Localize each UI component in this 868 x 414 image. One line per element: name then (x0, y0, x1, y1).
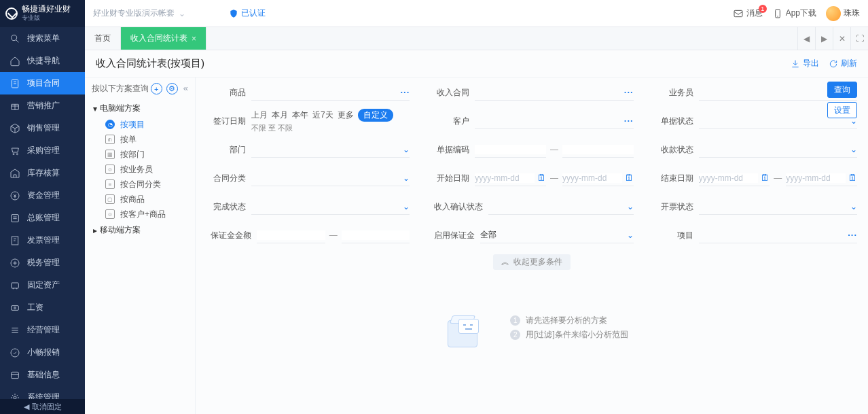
messages-button[interactable]: 消息 1 (733, 7, 763, 19)
scheme-group-pc[interactable]: ▾电脑端方案 (85, 100, 195, 117)
nav-purchase[interactable]: 采购管理 (0, 139, 85, 162)
scheme-item-project[interactable]: ◔按项目 (85, 117, 200, 132)
scheme-item-dept[interactable]: ▦按部门 (85, 147, 195, 162)
more-icon[interactable]: ··· (400, 87, 410, 97)
scheme-group-mobile[interactable]: ▸移动端方案 (85, 222, 195, 239)
tab-fullscreen[interactable]: ⛶ (850, 27, 868, 50)
svg-point-14 (14, 396, 16, 399)
nav-expense[interactable]: 小畅报销 (0, 341, 85, 364)
tab-prev[interactable]: ◀ (797, 27, 815, 50)
scheme-item-salesman[interactable]: ☺按业务员 (85, 162, 195, 177)
nav-quicknav[interactable]: 快捷导航 (0, 50, 85, 72)
export-button[interactable]: 导出 (791, 58, 819, 69)
pin-toggle[interactable]: ◀取消固定 (0, 399, 85, 414)
scheme-item-goods[interactable]: ▢按商品 (85, 192, 195, 207)
add-scheme-button[interactable]: + (151, 83, 162, 94)
collapse-panel-icon[interactable]: « (183, 83, 188, 94)
close-icon[interactable]: × (192, 34, 196, 44)
chip-custom[interactable]: 自定义 (358, 109, 393, 122)
step-2-badge: 2 (510, 330, 520, 340)
nav-tax[interactable]: 税务管理 (0, 252, 85, 274)
label-invoice-status: 开票状态 (654, 201, 693, 213)
input-deposit-to[interactable] (342, 227, 410, 243)
collapse-more-button[interactable]: ︽ 收起更多条件 (493, 254, 571, 270)
select-receive-status[interactable]: ⌄ (699, 141, 857, 158)
calendar-icon[interactable]: 🗓 (761, 173, 770, 183)
nav-assets[interactable]: 固定资产 (0, 274, 85, 296)
tab-home[interactable]: 首页 (85, 27, 121, 50)
app-download-button[interactable]: App下载 (772, 7, 816, 19)
chip-more[interactable]: 更多 (338, 109, 354, 121)
input-income-contract[interactable]: ··· (475, 84, 633, 101)
empty-state: 1请先选择要分析的方案 2用[过滤]条件来缩小分析范围 (206, 304, 857, 351)
svg-point-4 (16, 153, 18, 154)
nav-ledger[interactable]: 总账管理 (0, 207, 85, 229)
nav-invoice[interactable]: 发票管理 (0, 229, 85, 252)
select-contract-class[interactable]: ⌄ (251, 170, 410, 186)
brand-edition: 专业版 (22, 14, 71, 22)
input-goods[interactable]: ··· (251, 84, 410, 101)
query-button[interactable]: 查询 (827, 82, 857, 98)
calendar-icon[interactable]: 🗓 (625, 173, 634, 183)
svg-rect-9 (12, 283, 19, 288)
setting-button[interactable]: 设置 (827, 102, 857, 118)
account-selector[interactable]: 好业财专业版演示帐套 ⌄ (93, 7, 209, 19)
select-dept[interactable]: ⌄ (251, 141, 410, 158)
chip-7days[interactable]: 近7天 (312, 109, 333, 121)
messages-badge: 1 (759, 5, 767, 13)
input-start-date-from[interactable]: 🗓 (475, 170, 546, 186)
tab-close-all[interactable]: ✕ (833, 27, 850, 50)
svg-rect-10 (12, 305, 19, 310)
label-contract-class: 合同分类 (206, 173, 246, 184)
nav-basic[interactable]: 基础信息 (0, 364, 85, 386)
input-project[interactable]: ··· (699, 227, 857, 243)
label-deposit-amount: 保证金金额 (206, 230, 251, 241)
chevron-down-icon: ⌄ (403, 173, 410, 183)
scheme-setting-button[interactable]: ⚙ (166, 83, 178, 94)
svg-point-0 (12, 35, 17, 40)
nav-project-contract[interactable]: 项目合同 (0, 72, 85, 94)
more-icon[interactable]: ··· (624, 87, 634, 97)
input-end-date-to[interactable]: 🗓 (786, 170, 857, 186)
label-income-contract: 收入合同 (430, 87, 469, 99)
nav-salary[interactable]: 工资 (0, 296, 85, 319)
refresh-icon (829, 59, 838, 69)
scheme-panel: 按以下方案查询 + ⚙ « ▾电脑端方案 ◔按项目 ⫙按单 ▦按部门 ☺按业务员… (85, 77, 196, 414)
calendar-icon[interactable]: 🗓 (537, 173, 546, 183)
user-menu[interactable]: 珠珠 (826, 6, 860, 21)
select-finish-status[interactable]: ⌄ (251, 199, 410, 215)
shield-icon (229, 9, 238, 18)
brand-name: 畅捷通好业财 (22, 5, 71, 13)
tab-current[interactable]: 收入合同统计表 × (121, 27, 206, 50)
home-icon (10, 56, 20, 67)
chip-this-year[interactable]: 本年 (292, 109, 308, 121)
nav-operation[interactable]: 经营管理 (0, 319, 85, 341)
nav-search[interactable]: 搜索菜单 (0, 27, 85, 50)
scheme-item-customer-goods[interactable]: ☺按客户+商品 (85, 207, 195, 222)
select-confirm-status[interactable]: ⌄ (488, 199, 633, 215)
input-deposit-from[interactable] (257, 227, 325, 243)
calendar-icon[interactable]: 🗓 (848, 173, 857, 183)
more-icon[interactable]: ··· (624, 116, 634, 126)
scheme-item-bill[interactable]: ⫙按单 (85, 132, 195, 147)
more-icon[interactable]: ··· (848, 230, 857, 240)
nav-inventory[interactable]: 库存核算 (0, 162, 85, 184)
svg-rect-13 (12, 372, 19, 378)
tab-next[interactable]: ▶ (815, 27, 833, 50)
input-end-date-from[interactable]: 🗓 (699, 170, 770, 186)
nav-sales[interactable]: 销售管理 (0, 117, 85, 139)
chip-this-month[interactable]: 本月 (272, 109, 288, 121)
nav-system[interactable]: 系统管理 (0, 386, 85, 399)
nav-marketing[interactable]: 营销推广 (0, 94, 85, 117)
chip-last-month[interactable]: 上月 (251, 109, 268, 121)
scheme-item-class[interactable]: ≡按合同分类 (85, 177, 195, 192)
select-invoice-status[interactable]: ⌄ (699, 199, 857, 215)
input-customer[interactable]: ··· (475, 113, 633, 129)
nav-funds[interactable]: 资金管理 (0, 184, 85, 207)
refresh-button[interactable]: 刷新 (829, 58, 857, 69)
input-bill-no-to[interactable] (562, 141, 634, 158)
select-enable-deposit[interactable]: 全部⌄ (480, 227, 633, 243)
input-bill-no-from[interactable] (475, 141, 546, 158)
input-start-date-to[interactable]: 🗓 (562, 170, 634, 186)
cube-icon (10, 123, 20, 134)
